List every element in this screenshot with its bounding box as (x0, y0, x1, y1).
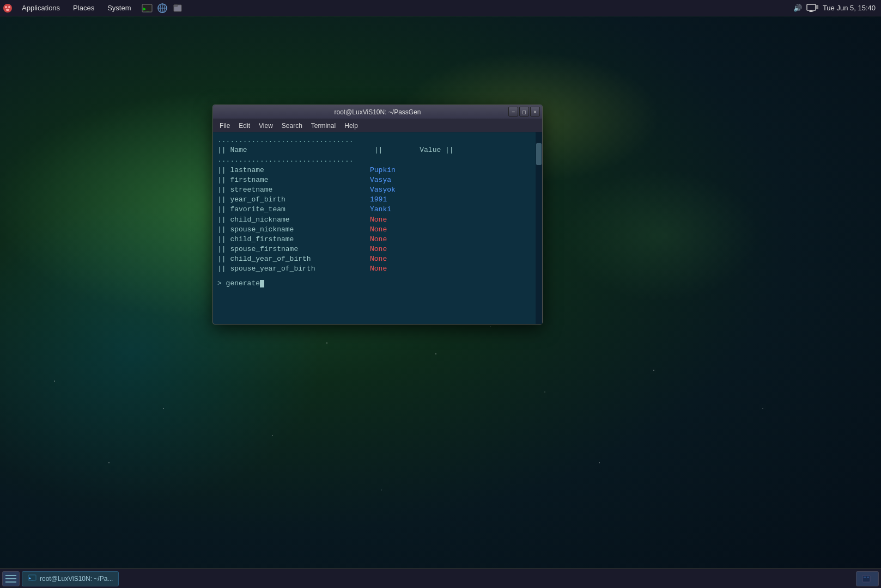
svg-rect-18 (5, 581, 16, 583)
taskbar-terminal-button[interactable]: ▶_ root@LuxViS10N: ~/Pa... (22, 571, 119, 586)
row-value: Vasya (370, 176, 391, 184)
table-row: || spouse_year_of_birthNone (217, 264, 538, 274)
menu-view[interactable]: View (254, 119, 277, 132)
header-value-col: Value || (420, 146, 453, 154)
header-name-col: || Name (217, 145, 370, 155)
terminal-content[interactable]: ................................ || Name… (213, 132, 542, 324)
top-menu: Applications Places System ▶_ (0, 0, 185, 16)
header-pipes: || (374, 146, 383, 154)
row-value: None (370, 225, 387, 234)
row-name: || streetname (217, 185, 370, 195)
table-separator-mid: ................................ (217, 155, 538, 165)
row-name: || child_year_of_birth (217, 254, 370, 264)
table-row: || streetnameVasyok (217, 185, 538, 195)
files-icon[interactable] (172, 3, 183, 14)
row-name: || favorite_team (217, 205, 370, 215)
scroll-thumb[interactable] (536, 143, 542, 165)
svg-rect-11 (174, 5, 178, 7)
menu-help[interactable]: Help (340, 119, 362, 132)
taskbar-bottom-left: ▶_ root@LuxViS10N: ~/Pa... (2, 571, 119, 586)
row-value: Pupkin (370, 166, 396, 174)
svg-rect-17 (5, 578, 16, 579)
terminal-controls: − □ × (508, 107, 540, 117)
table-row: || lastnamePupkin (217, 166, 538, 175)
row-name: || child_firstname (217, 235, 370, 244)
svg-rect-22 (864, 577, 866, 578)
svg-rect-12 (807, 4, 816, 10)
svg-point-2 (8, 6, 10, 8)
row-name: || child_nickname (217, 215, 370, 225)
row-name: || firstname (217, 175, 370, 185)
table-separator-top: ................................ (217, 136, 538, 145)
svg-rect-15 (816, 5, 818, 9)
display-icon (806, 4, 818, 13)
speaker-icon: 🔊 (793, 4, 802, 12)
table-row: || spouse_firstnameNone (217, 244, 538, 254)
row-value: None (370, 255, 387, 263)
datetime: Tue Jun 5, 15:40 (823, 4, 876, 12)
globe-icon[interactable] (157, 3, 168, 14)
svg-point-1 (5, 6, 7, 8)
row-value: None (370, 235, 387, 243)
start-button[interactable] (2, 571, 20, 586)
terminal-task-label: root@LuxViS10N: ~/Pa... (40, 575, 113, 583)
row-name: || spouse_year_of_birth (217, 264, 370, 274)
svg-rect-23 (867, 577, 869, 578)
row-value: None (370, 265, 387, 273)
row-value: Vasyok (370, 186, 396, 194)
maximize-button[interactable]: □ (519, 107, 529, 117)
table-row: || child_nicknameNone (217, 215, 538, 225)
menu-system[interactable]: System (101, 0, 137, 16)
terminal-scrollbar[interactable] (536, 132, 542, 324)
row-name: || year_of_birth (217, 195, 370, 205)
terminal-titlebar: root@LuxViS10N: ~/PassGen − □ × (213, 105, 542, 119)
row-value: None (370, 216, 387, 224)
close-button[interactable]: × (530, 107, 540, 117)
system-tray: 🔊 Tue Jun 5, 15:40 (793, 4, 881, 13)
table-row: || spouse_nicknameNone (217, 225, 538, 235)
gnome-icon[interactable] (2, 3, 13, 14)
menu-file[interactable]: File (215, 119, 234, 132)
svg-rect-13 (810, 10, 812, 11)
svg-rect-14 (809, 11, 813, 12)
menu-terminal[interactable]: Terminal (307, 119, 340, 132)
table-row: || child_year_of_birthNone (217, 254, 538, 264)
row-name: || spouse_firstname (217, 244, 370, 254)
table-header: || Name || Value || (217, 145, 538, 155)
taskbar-clock[interactable] (856, 571, 879, 586)
row-name: || lastname (217, 166, 370, 175)
table-row: || child_firstnameNone (217, 235, 538, 244)
prompt-text: generate (226, 279, 260, 287)
table-row: || year_of_birth1991 (217, 195, 538, 205)
prompt-line: > generate (217, 279, 538, 289)
taskbar-bottom-right (856, 571, 879, 586)
cursor (260, 280, 264, 287)
taskbar-bottom: ▶_ root@LuxViS10N: ~/Pa... (0, 568, 881, 588)
prompt-symbol: > (217, 279, 226, 287)
terminal-menubar: File Edit View Search Terminal Help (213, 119, 542, 132)
menu-places[interactable]: Places (66, 0, 101, 16)
row-value: Yanki (370, 205, 391, 213)
svg-point-0 (3, 4, 12, 13)
row-value: 1991 (370, 195, 387, 204)
terminal-title: root@LuxViS10N: ~/PassGen (334, 108, 421, 116)
menu-edit[interactable]: Edit (234, 119, 254, 132)
minimize-button[interactable]: − (508, 107, 518, 117)
terminal-icon[interactable]: ▶_ (142, 3, 153, 14)
menu-search[interactable]: Search (277, 119, 307, 132)
terminal-window: root@LuxViS10N: ~/PassGen − □ × File Edi… (212, 105, 543, 324)
table-row: || favorite_teamYanki (217, 205, 538, 215)
desktop: Applications Places System ▶_ (0, 0, 881, 588)
table-rows: || lastnamePupkin|| firstnameVasya|| str… (217, 166, 538, 274)
svg-rect-21 (862, 575, 870, 582)
row-value: None (370, 245, 387, 253)
svg-text:▶_: ▶_ (143, 6, 149, 11)
svg-rect-16 (5, 575, 16, 576)
row-name: || spouse_nickname (217, 225, 370, 235)
table-row: || firstnameVasya (217, 175, 538, 185)
svg-point-3 (6, 9, 9, 11)
menu-applications[interactable]: Applications (15, 0, 66, 16)
taskbar-top: Applications Places System ▶_ (0, 0, 881, 16)
svg-text:▶_: ▶_ (29, 576, 34, 580)
